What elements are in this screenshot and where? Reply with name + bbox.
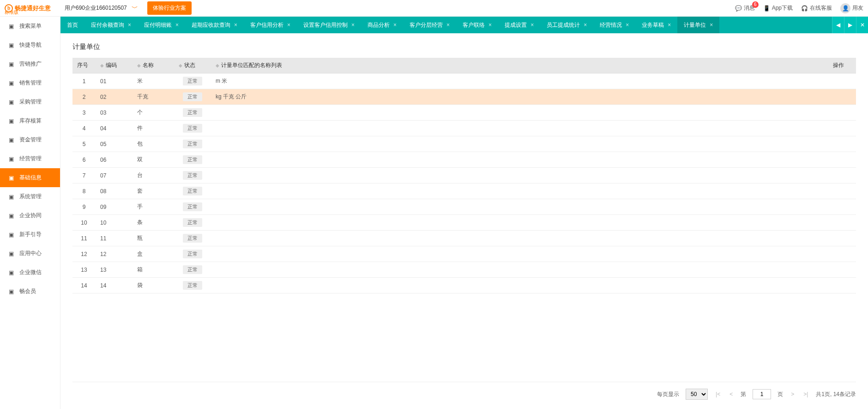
status-badge: 正常 xyxy=(183,202,202,211)
sidebar-item-13[interactable]: ▣企业微信 xyxy=(0,263,60,282)
col-index[interactable]: 序号 xyxy=(72,58,96,73)
sidebar-item-0[interactable]: ▣搜索菜单 xyxy=(0,17,60,36)
col-code[interactable]: ◆编码 xyxy=(96,58,133,73)
sidebar-item-8[interactable]: ▣基础信息 xyxy=(0,168,60,187)
table-row[interactable]: 1111瓶正常 xyxy=(72,231,856,246)
try-industry-button[interactable]: 体验行业方案 xyxy=(147,1,192,15)
tab-11[interactable]: 经营情况× xyxy=(593,17,635,33)
user-menu[interactable]: 👤 用友 xyxy=(840,3,863,13)
table-row[interactable]: 505包正常 xyxy=(72,136,856,152)
tab-scroll-right[interactable]: ▶ xyxy=(844,17,856,33)
col-match[interactable]: ◆计量单位匹配的名称列表 xyxy=(211,58,828,73)
page-number-input[interactable] xyxy=(753,389,771,399)
col-name[interactable]: ◆名称 xyxy=(133,58,174,73)
tab-8[interactable]: 客户联络× xyxy=(456,17,498,33)
sidebar-item-7[interactable]: ▣经营管理 xyxy=(0,149,60,168)
sidebar-item-label: 快捷导航 xyxy=(19,41,42,49)
message-icon: 💬 xyxy=(735,5,742,12)
tab-5[interactable]: 设置客户信用控制× xyxy=(297,17,361,33)
close-icon[interactable]: × xyxy=(393,22,397,28)
table-row[interactable]: 404件正常 xyxy=(72,121,856,136)
sidebar-item-9[interactable]: ▣系统管理 xyxy=(0,187,60,206)
close-icon[interactable]: × xyxy=(668,22,671,28)
book-icon: ▣ xyxy=(7,231,15,238)
gear-icon: ▣ xyxy=(7,193,15,201)
sidebar-item-2[interactable]: ▣营销推广 xyxy=(0,55,60,73)
status-badge: 正常 xyxy=(183,155,202,164)
close-icon[interactable]: × xyxy=(530,22,534,28)
table-row[interactable]: 808套正常 xyxy=(72,183,856,199)
col-status[interactable]: ◆状态 xyxy=(174,58,211,73)
pagination: 每页显示 50 |< < 第 页 > >| 共1页, 14条记录 xyxy=(72,382,856,400)
tab-0[interactable]: 首页 xyxy=(60,17,84,33)
table-row[interactable]: 202千克正常kg 千克 公斤 xyxy=(72,89,856,105)
close-icon[interactable]: × xyxy=(446,22,450,28)
tab-1[interactable]: 应付余额查询× xyxy=(84,17,138,33)
close-icon[interactable]: × xyxy=(488,22,492,28)
table-row[interactable]: 1010条正常 xyxy=(72,215,856,231)
sidebar-item-10[interactable]: ▣企业协同 xyxy=(0,206,60,225)
messages-button[interactable]: 💬 消息 6 xyxy=(735,4,755,12)
tab-3[interactable]: 超期应收款查询× xyxy=(185,17,244,33)
sidebar-item-label: 系统管理 xyxy=(19,193,42,201)
header-right: 💬 消息 6 📱 App下载 🎧 在线客服 👤 用友 xyxy=(735,3,863,13)
page-size-select[interactable]: 50 xyxy=(686,389,708,400)
status-badge: 正常 xyxy=(183,171,202,180)
close-icon[interactable]: × xyxy=(175,22,179,28)
tenant-select[interactable]: 用户690企业1660120507 ﹀ xyxy=(65,4,138,12)
tab-12[interactable]: 业务草稿× xyxy=(635,17,677,33)
tab-7[interactable]: 客户分层经营× xyxy=(403,17,456,33)
sidebar-item-12[interactable]: ▣应用中心 xyxy=(0,244,60,263)
sidebar-item-label: 营销推广 xyxy=(19,60,42,68)
table-row[interactable]: 606双正常 xyxy=(72,152,856,168)
sidebar-item-11[interactable]: ▣新手引导 xyxy=(0,225,60,244)
status-badge: 正常 xyxy=(183,140,202,148)
tab-6[interactable]: 商品分析× xyxy=(361,17,403,33)
sidebar-item-14[interactable]: ▣畅会员 xyxy=(0,282,60,301)
close-icon[interactable]: × xyxy=(287,22,290,28)
table-row[interactable]: 101米正常m 米 xyxy=(72,73,856,89)
close-icon[interactable]: × xyxy=(128,22,131,28)
close-icon[interactable]: × xyxy=(626,22,629,28)
table-row[interactable]: 707台正常 xyxy=(72,168,856,183)
table-row[interactable]: 1313箱正常 xyxy=(72,262,856,278)
online-service-button[interactable]: 🎧 在线客服 xyxy=(801,4,832,12)
sidebar-item-5[interactable]: ▣库存核算 xyxy=(0,111,60,130)
header-bar: b 畅捷通好生意 标准版 用户690企业1660120507 ﹀ 体验行业方案 … xyxy=(0,0,868,17)
table-row[interactable]: 1414袋正常 xyxy=(72,278,856,293)
tab-10[interactable]: 员工提成统计× xyxy=(540,17,593,33)
tab-4[interactable]: 客户信用分析× xyxy=(244,17,297,33)
sidebar-item-3[interactable]: ▣销售管理 xyxy=(0,73,60,92)
close-icon[interactable]: × xyxy=(584,22,587,28)
sidebar-item-6[interactable]: ▣资金管理 xyxy=(0,130,60,149)
pager-prev[interactable]: < xyxy=(728,391,734,397)
sidebar-item-label: 应用中心 xyxy=(19,250,42,257)
chart-icon: ▣ xyxy=(7,155,15,163)
tab-2[interactable]: 应付明细账× xyxy=(138,17,185,33)
tab-9[interactable]: 提成设置× xyxy=(498,17,540,33)
close-icon[interactable]: × xyxy=(234,22,237,28)
table-row[interactable]: 303个正常 xyxy=(72,105,856,121)
cart-icon: ▣ xyxy=(7,79,15,87)
gift-icon: ▣ xyxy=(7,61,15,68)
tab-close-all[interactable]: ✕ xyxy=(856,17,868,33)
sidebar-item-label: 销售管理 xyxy=(19,79,42,87)
tab-scroll-left[interactable]: ◀ xyxy=(832,17,844,33)
sidebar-item-4[interactable]: ▣采购管理 xyxy=(0,92,60,111)
sidebar-item-1[interactable]: ▣快捷导航 xyxy=(0,36,60,55)
wechat-icon: ▣ xyxy=(7,269,15,276)
table-row[interactable]: 1212盒正常 xyxy=(72,246,856,262)
table-row[interactable]: 909手正常 xyxy=(72,199,856,215)
pager-next[interactable]: > xyxy=(790,391,796,397)
sort-icon: ◆ xyxy=(100,63,104,68)
pager-first[interactable]: |< xyxy=(714,391,722,397)
pager-last[interactable]: >| xyxy=(802,391,809,397)
sub-brand: 标准版 xyxy=(5,9,18,16)
close-icon[interactable]: × xyxy=(351,22,355,28)
sidebar-item-label: 畅会员 xyxy=(19,287,36,295)
close-icon[interactable]: × xyxy=(710,22,713,28)
app-download-button[interactable]: 📱 App下载 xyxy=(763,4,793,12)
wallet-icon: ▣ xyxy=(7,136,15,144)
tab-13[interactable]: 计量单位× xyxy=(677,17,719,33)
sort-icon: ◆ xyxy=(216,63,219,68)
